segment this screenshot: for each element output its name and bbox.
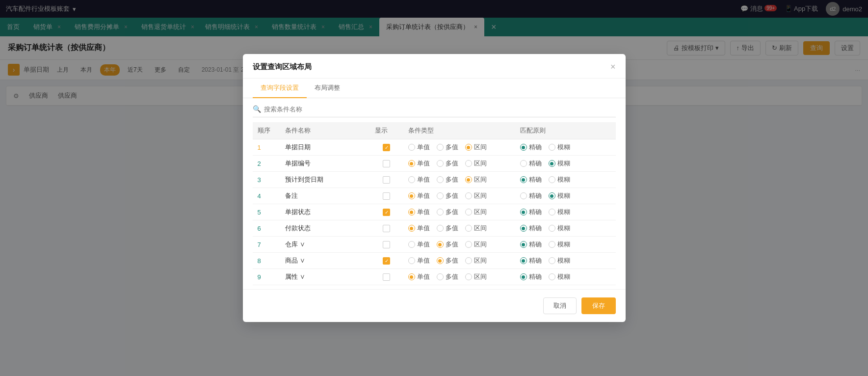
dialog-tab-layout[interactable]: 布局调整	[307, 79, 348, 98]
search-bar: 🔍	[253, 105, 616, 112]
dialog-header: 设置查询区域布局 ×	[243, 54, 626, 79]
dialog-title: 设置查询区域布局	[253, 62, 312, 72]
dialog-overlay: 设置查询区域布局 × 查询字段设置 布局调整 🔍	[0, 0, 868, 112]
search-icon: 🔍	[253, 105, 261, 112]
dialog-tab-field-settings[interactable]: 查询字段设置	[253, 79, 307, 98]
settings-dialog: 设置查询区域布局 × 查询字段设置 布局调整 🔍	[243, 54, 626, 112]
dialog-tabs: 查询字段设置 布局调整	[243, 79, 626, 98]
dialog-body: 🔍 顺序 条件名称 显示 条件类型 匹配原则	[243, 98, 626, 112]
search-input[interactable]	[264, 106, 372, 112]
dialog-close-button[interactable]: ×	[610, 62, 616, 72]
